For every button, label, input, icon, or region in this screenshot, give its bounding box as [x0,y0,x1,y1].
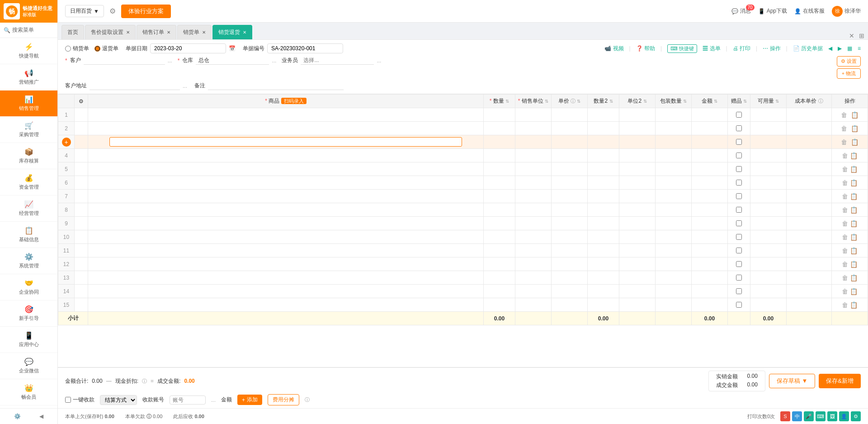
unit-sort-icon[interactable]: ⇅ [545,99,548,104]
tab-sales-order[interactable]: 销售订单 ✕ [137,25,176,39]
row-unit2[interactable] [619,135,656,149]
salesperson-input[interactable] [301,56,374,65]
row-qty2[interactable] [588,122,619,135]
sidebar-item-marketing[interactable]: 📢 营销推广 [0,64,57,91]
status-icon-img[interactable]: 🖼 [827,411,837,421]
row-copy-icon[interactable]: 📋 [850,288,858,295]
row-delete-icon[interactable]: 🗑 [842,274,848,281]
status-icon-zh[interactable]: 中 [792,411,802,421]
sidebar-item-member[interactable]: 👑 畅会员 [0,379,57,405]
topbar-gear-icon[interactable]: ⚙ [109,7,116,15]
row-copy-icon[interactable]: 📋 [850,274,858,281]
price-sort-icon[interactable]: ⇅ [577,99,580,104]
tab-sales-return[interactable]: 销货退货 ✕ [212,25,252,39]
search-menu[interactable]: 🔍 搜索菜单 [0,23,57,38]
row-copy-icon[interactable]: 📋 [850,220,858,227]
qty-sort-icon[interactable]: ⇅ [505,99,509,104]
expense-split-btn[interactable]: 费用分摊 [268,394,299,405]
row-copy-icon[interactable]: 📋 [850,247,858,254]
action-shortcuts[interactable]: ⌨ 快捷键 [667,44,697,53]
customer-input[interactable] [84,56,165,65]
settings-btn[interactable]: ⚙ 设置 [837,56,861,67]
tab-close-price-settings[interactable]: ✕ [126,30,130,35]
sidebar-item-operations[interactable]: 📈 经营管理 [0,195,57,222]
sidebar-item-sales[interactable]: 📊 销售管理 [0,91,57,117]
row-qty[interactable] [484,108,515,122]
row-unit[interactable] [515,108,552,122]
row-product[interactable] [88,108,484,122]
save-draft-btn[interactable]: 保存草稿 ▼ [769,374,816,388]
calendar-icon[interactable]: 📅 [229,45,236,52]
address-more[interactable]: ... [183,83,187,89]
amount-sort-icon[interactable]: ⇅ [714,99,717,104]
remark-input[interactable] [208,81,344,90]
th-scan-btn[interactable]: 扫码录入 [281,98,307,104]
available-sort-icon[interactable]: ⇅ [775,99,779,104]
row-copy-icon[interactable]: 📋 [850,179,858,186]
row-qty2[interactable] [588,135,619,149]
row-copy-icon[interactable]: 📋 [850,206,858,214]
sidebar-item-system[interactable]: ⚙️ 系统管理 [0,248,57,274]
sidebar-item-guide[interactable]: 🎯 新手引导 [0,300,57,327]
row-available[interactable] [750,108,787,122]
settings-icon[interactable]: ⚙️ [14,413,21,419]
row-available[interactable] [750,122,787,135]
online-service[interactable]: 👤 在线客服 [794,7,825,15]
status-icon-mic[interactable]: 🎤 [804,411,814,421]
sidebar-item-finance[interactable]: 💰 资金管理 [0,169,57,195]
row-copy-icon[interactable]: 📋 [850,261,858,268]
row-price[interactable] [552,122,588,135]
row-delete-icon[interactable]: 🗑 [842,261,848,268]
user-profile[interactable]: 徐 徐泽华 [832,6,861,17]
sidebar-item-quick-nav[interactable]: ⚡ 快捷导航 [0,38,57,64]
radio-sales-return[interactable]: 退货单 [94,45,118,52]
row-unit[interactable] [515,122,552,135]
industry-select[interactable]: 日用百货 ▼ [65,5,104,17]
qty2-sort-icon[interactable]: ⇅ [609,99,613,104]
row-pack[interactable] [656,122,692,135]
row-copy-icon[interactable]: 📋 [850,193,858,200]
row-delete-icon[interactable]: 🗑 [842,206,848,214]
row-unit2[interactable] [619,108,656,122]
settlement-method-select[interactable]: 结算方式 [100,395,137,405]
next-record[interactable]: ▶ [838,45,842,52]
app-download[interactable]: 📱 App下载 [758,7,787,15]
row-delete-icon[interactable]: 🗑 [842,288,848,295]
row-qty[interactable] [484,122,515,135]
collapse-icon[interactable]: ◀ [39,413,43,419]
row-qty2[interactable] [588,108,619,122]
warehouse-more[interactable]: ... [272,57,276,64]
row-product[interactable] [88,135,484,149]
salesperson-more[interactable]: ... [377,57,381,64]
add-btn[interactable]: + 添加 [237,395,262,405]
row-amount[interactable] [692,122,728,135]
grid-view-icon[interactable]: ▦ [847,45,852,52]
sidebar-item-apps[interactable]: 📱 应用中心 [0,327,57,353]
row-amount[interactable] [692,108,728,122]
tab-sales-delivery[interactable]: 销货单 ✕ [177,25,212,39]
row-delete-icon[interactable]: 🗑 [842,301,848,309]
sidebar-item-purchase[interactable]: 🛒 采购管理 [0,117,57,143]
row-copy-icon[interactable]: 📋 [850,233,858,241]
tab-close-sales-return[interactable]: ✕ [243,30,246,35]
account-input[interactable] [170,395,206,405]
save-new-btn[interactable]: 保存&新增 [819,374,861,388]
action-help[interactable]: ❓ 帮助 [636,45,655,52]
row-delete-icon[interactable]: 🗑 [842,247,848,254]
pack-sort-icon[interactable]: ⇅ [683,99,687,104]
save-draft-dropdown-icon[interactable]: ▼ [802,377,807,384]
add-row-btn[interactable]: + [62,138,71,147]
row-copy-icon[interactable]: 📋 [850,166,858,173]
customer-more[interactable]: ... [168,57,172,64]
message-badge[interactable]: 💬 消息 70 [731,7,751,15]
row-product[interactable] [88,122,484,135]
row-delete-icon[interactable]: 🗑 [842,193,848,200]
unit2-sort-icon[interactable]: ⇅ [643,99,647,104]
row-qty[interactable] [484,135,515,149]
row-delete-icon[interactable]: 🗑 [841,125,847,132]
status-icon-settings[interactable]: ⚙ [851,411,861,421]
experience-btn[interactable]: 体验行业方案 [121,5,171,18]
row-copy-icon[interactable]: 📋 [850,301,858,309]
row-unit[interactable] [515,135,552,149]
prev-record[interactable]: ◀ [828,45,832,52]
